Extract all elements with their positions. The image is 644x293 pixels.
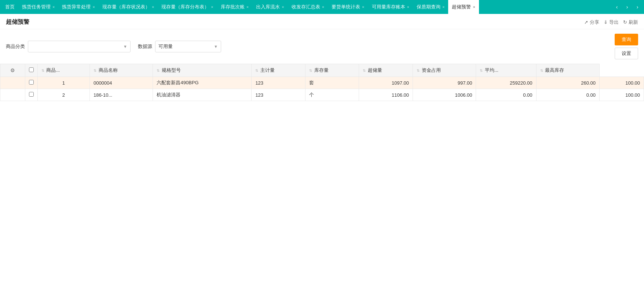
table-container: ⚙ ⇅ 商品... ⇅ 商品名称 ⇅ 规格型号 [0,64,644,107]
datasource-select[interactable]: 可用量 ▼ [155,41,221,52]
filter-bar: 商品分类 ▼ 数据源 可用量 ▼ 查询 设置 [0,29,644,64]
col-unit[interactable]: ⇅ 主计量 [252,64,305,77]
sort-avg-icon: ⇅ [480,68,483,73]
export-label: 导出 [609,19,619,26]
action-buttons: 查询 设置 [615,34,638,59]
row-avg-1: 0.00 [536,89,599,101]
settings-gear-icon[interactable]: ⚙ [10,67,15,73]
col-spec-label: 规格型号 [162,67,181,73]
nav-close-icon-4[interactable]: × [211,5,213,9]
col-product-code-label: 商品... [46,67,60,73]
row-product-name-0: 六配套新昌490BPG [153,77,252,89]
share-button[interactable]: ➚ 分享 [584,19,599,26]
nav-close-icon-7[interactable]: × [322,5,324,9]
row-unit-0: 套 [305,77,359,89]
row-over-stock-1: 1006.00 [413,89,476,101]
nav-close-icon-2[interactable]: × [92,5,95,9]
nav-more-arrow[interactable]: › [632,0,643,14]
data-table: ⚙ ⇅ 商品... ⇅ 商品名称 ⇅ 规格型号 [0,64,644,101]
nav-next-arrow[interactable]: › [622,0,632,14]
nav-close-icon-5[interactable]: × [246,5,249,9]
nav-close-icon-10[interactable]: × [442,5,444,9]
row-spec-1: 123 [252,89,305,101]
header-actions: ➚ 分享 ⇓ 导出 ↻ 刷新 [584,19,638,26]
sort-product-code-icon: ⇅ [41,68,44,73]
table-body: 1 0000004 六配套新昌490BPG 123 套 1097.00 997.… [0,77,644,101]
col-over-stock-label: 超储量 [368,67,382,73]
row-num-1: 2 [37,89,89,101]
col-max-stock[interactable]: ⇅ 最高库存 [536,64,599,77]
table-row: 1 0000004 六配套新昌490BPG 123 套 1097.00 997.… [0,77,644,89]
nav-item-8[interactable]: 要货单统计表× [328,0,368,14]
col-settings: ⚙ [0,64,25,77]
row-checkbox-1[interactable] [29,92,34,97]
nav-item-1[interactable]: 拣货任务管理× [18,0,58,14]
nav-close-icon-9[interactable]: × [407,5,409,9]
refresh-icon: ↻ [623,19,627,25]
nav-item-11[interactable]: 超储预警× [448,0,479,14]
sort-capital-icon: ⇅ [417,68,420,73]
row-product-code-0: 0000004 [89,77,153,89]
nav-item-4[interactable]: 现存量（库存分布表）× [158,0,217,14]
row-avg-0: 260.00 [536,77,599,89]
nav-close-icon-6[interactable]: × [282,5,284,9]
table-header-row: ⚙ ⇅ 商品... ⇅ 商品名称 ⇅ 规格型号 [0,64,644,77]
top-navigation: 首页拣货任务管理×拣货异常处理×现存量（库存状况表）×现存量（库存分布表）×库存… [0,0,644,14]
datasource-select-text: 可用量 [158,43,173,50]
nav-item-6[interactable]: 出入库流水× [252,0,288,14]
row-product-name-1: 机油滤清器 [153,89,252,101]
col-avg-label: 平均... [485,67,498,73]
col-spec[interactable]: ⇅ 规格型号 [153,64,252,77]
share-label: 分享 [590,19,599,26]
col-capital[interactable]: ⇅ 资金占用 [413,64,476,77]
nav-item-0[interactable]: 首页 [1,0,18,14]
category-label: 商品分类 [6,43,25,50]
nav-item-9[interactable]: 可用量库存账本× [368,0,413,14]
row-checkbox-cell-0 [25,77,37,89]
nav-item-3[interactable]: 现存量（库存状况表）× [99,0,158,14]
col-checkbox [25,64,37,77]
row-settings-1 [0,89,25,101]
category-select[interactable]: ▼ [28,41,131,52]
refresh-button[interactable]: ↻ 刷新 [623,19,638,26]
nav-prev-arrow[interactable]: ‹ [612,0,622,14]
category-chevron-down-icon: ▼ [123,44,127,49]
query-button[interactable]: 查询 [615,34,638,45]
col-avg[interactable]: ⇅ 平均... [476,64,536,77]
col-over-stock[interactable]: ⇅ 超储量 [359,64,413,77]
nav-item-2[interactable]: 拣货异常处理× [58,0,98,14]
datasource-filter: 数据源 可用量 ▼ [138,41,221,52]
col-product-code[interactable]: ⇅ 商品... [37,64,89,77]
set-button[interactable]: 设置 [615,48,638,59]
sort-stock-icon: ⇅ [309,68,312,73]
row-spec-0: 123 [252,77,305,89]
nav-item-5[interactable]: 库存批次账× [217,0,252,14]
select-all-checkbox[interactable] [29,67,34,72]
nav-close-icon-11[interactable]: × [473,5,475,9]
sort-product-name-icon: ⇅ [94,68,96,73]
nav-close-icon-1[interactable]: × [52,5,55,9]
nav-item-7[interactable]: 收发存汇总表× [288,0,328,14]
col-stock[interactable]: ⇅ 库存量 [305,64,359,77]
row-checkbox-0[interactable] [29,80,34,85]
row-max-stock-1: 100.00 [599,89,644,101]
sort-max-stock-icon: ⇅ [540,68,543,73]
nav-item-10[interactable]: 保质期查询× [413,0,448,14]
col-product-name-label: 商品名称 [99,67,118,73]
col-product-name[interactable]: ⇅ 商品名称 [89,64,153,77]
export-button[interactable]: ⇓ 导出 [604,19,619,26]
nav-close-icon-3[interactable]: × [152,5,154,9]
row-capital-1: 0.00 [476,89,536,101]
share-icon: ➚ [584,19,588,25]
datasource-label: 数据源 [138,43,152,50]
nav-close-icon-8[interactable]: × [362,5,364,9]
row-stock-1: 1106.00 [359,89,413,101]
sort-spec-icon: ⇅ [157,68,160,73]
page-header: 超储预警 ➚ 分享 ⇓ 导出 ↻ 刷新 [0,14,644,29]
row-stock-0: 1097.00 [359,77,413,89]
sort-over-stock-icon: ⇅ [363,68,366,73]
refresh-label: 刷新 [629,19,638,26]
row-num-0: 1 [37,77,89,89]
col-capital-label: 资金占用 [422,67,441,73]
row-capital-0: 259220.00 [476,77,536,89]
